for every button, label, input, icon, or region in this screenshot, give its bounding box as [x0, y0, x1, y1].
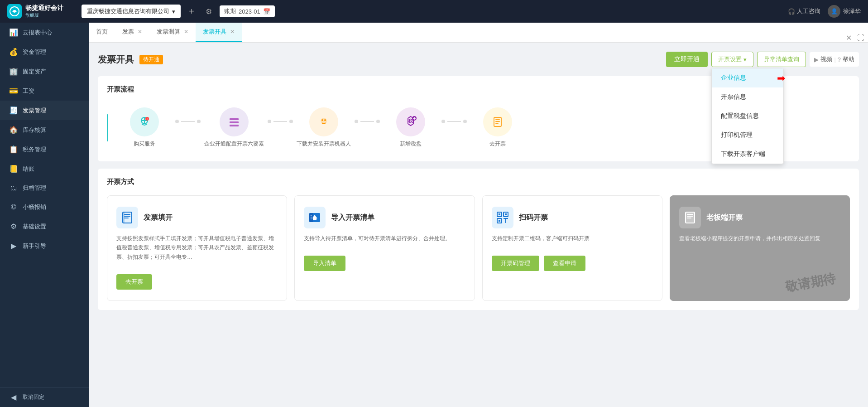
support-label: 人工咨询 [797, 7, 820, 15]
flow-step-xiazai: 下载并安装开票机器人 [297, 107, 351, 148]
sidebar-item-guding[interactable]: 🏢 固定资产 [0, 62, 89, 81]
svg-rect-34 [499, 213, 500, 215]
dropdown-item-peizhi[interactable]: 配置税盘信息 [712, 107, 783, 126]
divider: | [834, 56, 835, 63]
dropdown-item-xiazai[interactable]: 下载开票客户端 [712, 145, 783, 164]
connector-2 [268, 120, 293, 123]
video-label[interactable]: 视频 [820, 55, 832, 63]
goto-kaipiao-button[interactable]: 去开票 [116, 274, 152, 290]
sidebar-item-yunbao[interactable]: 📊 云报表中心 [0, 23, 89, 42]
svg-rect-8 [230, 125, 239, 126]
svg-rect-42 [687, 218, 691, 218]
dropdown-item-qiye[interactable]: 企业信息 [712, 68, 783, 87]
tab-bar: 首页 发票 ✕ 发票测算 ✕ 发票开具 ✕ ✕ ⛶ [89, 23, 868, 43]
flow-step-xinzeng: 税 新增税盘 [384, 107, 438, 148]
user-name: 徐泽华 [843, 7, 861, 15]
method-header-daoru: 导入开票清单 [304, 207, 465, 228]
method-header-laobanduan: 老板端开票 [679, 207, 840, 228]
qrcode-manage-button[interactable]: 开票码管理 [492, 256, 539, 271]
close-icon[interactable]: ✕ [846, 34, 852, 42]
book-icon: 📒 [9, 165, 18, 173]
method-title-laobanduan: 老板端开票 [706, 213, 743, 223]
box-icon: 🏠 [9, 126, 18, 134]
step-icon-qukaipi [483, 107, 512, 136]
step-label-qiye: 企业开通配置开票六要素 [204, 140, 264, 148]
flow-step-qiye: 企业开通配置开票六要素 [204, 107, 264, 148]
avatar: 👤 [828, 5, 840, 18]
method-desc-daoru: 支持导入待开票清单，可对待开票清单进行拆分、合并处理。 [304, 234, 465, 243]
method-title-tianxie: 发票填开 [144, 213, 173, 223]
dropdown-item-dayinji[interactable]: 打印机管理 [712, 126, 783, 145]
logo-area: 畅捷通好会计 旗舰版 [7, 4, 63, 19]
sidebar-item-jiezhang[interactable]: 📒 结账 [0, 159, 89, 179]
sidebar-item-fapiao[interactable]: 🧾 发票管理 [0, 101, 89, 120]
video-help-area: ▶ 视频 | ? 帮助 [810, 52, 859, 67]
tab-fapiao[interactable]: 发票 ✕ [115, 23, 149, 42]
sidebar-label: 资金管理 [23, 48, 46, 56]
sidebar-item-kucun[interactable]: 🏠 库存核算 [0, 120, 89, 140]
period-selector[interactable]: 账期 2023-01 📅 [220, 5, 275, 17]
dropdown-item-kaipiao[interactable]: 开票信息 [712, 87, 783, 107]
sidebar: 📊 云报表中心 💰 资金管理 🏢 固定资产 💳 工资 🧾 发票管理 [0, 23, 89, 407]
sidebar-item-jichushezhi[interactable]: ⚙ 基础设置 [0, 217, 89, 236]
tab-fapiao-close[interactable]: ✕ [138, 29, 142, 35]
content-area: 首页 发票 ✕ 发票测算 ✕ 发票开具 ✕ ✕ ⛶ [89, 23, 868, 407]
period-value: 2023-01 [239, 8, 260, 15]
tab-home-label: 首页 [96, 28, 108, 36]
logo-subtitle: 旗舰版 [25, 12, 63, 19]
sidebar-label: 新手引导 [23, 242, 46, 250]
sidebar-item-guidang[interactable]: 🗂 归档管理 [0, 179, 89, 198]
svg-rect-20 [495, 123, 499, 124]
support-button[interactable]: 🎧 人工咨询 [788, 7, 820, 15]
settings-icon[interactable]: ⚙ [202, 5, 215, 18]
page-content: 发票开具 待开通 立即开通 开票设置 ▾ 企业信息 [89, 43, 868, 407]
building-icon: 🏢 [9, 67, 18, 76]
watermark-text: 敬请期待 [784, 270, 837, 296]
money-icon: 💰 [9, 48, 18, 56]
tab-bar-right: ✕ ⛶ [846, 34, 868, 42]
method-icon-daoru [304, 207, 326, 228]
connector-1 [175, 120, 201, 123]
tab-fapiaokaipu-close[interactable]: ✕ [230, 29, 235, 35]
user-info[interactable]: 👤 徐泽华 [828, 5, 861, 18]
activate-button[interactable]: 立即开通 [666, 52, 708, 67]
chevron-down-icon: ▾ [172, 8, 175, 15]
tab-home[interactable]: 首页 [89, 23, 115, 42]
chevron-down-icon: ▾ [743, 56, 747, 63]
flow-step-goumai: + 购买服务 [117, 107, 172, 148]
tab-fapiaokaipu-label: 发票开具 [203, 28, 226, 36]
method-card-daoru: 导入开票清单 支持导入待开票清单，可对待开票清单进行拆分、合并处理。 导入清单 [294, 195, 475, 301]
sidebar-item-quxiao[interactable]: ◀ 取消固定 [0, 388, 89, 407]
settings-button[interactable]: 开票设置 ▾ [711, 52, 753, 67]
import-list-button[interactable]: 导入清单 [304, 256, 345, 271]
sidebar-bottom: ◀ 取消固定 [0, 387, 89, 407]
svg-rect-35 [505, 213, 507, 215]
sidebar-item-xinshoudayin[interactable]: ▶ 新手引导 [0, 236, 89, 256]
company-selector[interactable]: 重庆畅捷交通信息咨询有限公司 ▾ [82, 5, 181, 18]
method-card-saoma: 扫码开票 支持定制开票二维码，客户端可扫码开票 开票码管理 查看申请 [482, 195, 662, 301]
archive-icon: 🗂 [9, 184, 18, 192]
tab-fapiaocesuan-close[interactable]: ✕ [184, 29, 188, 35]
settings-dropdown: 企业信息 开票信息 配置税盘信息 打印机管理 下载开票客户端 [711, 68, 784, 164]
step-label-goumai: 购买服务 [134, 140, 155, 148]
sidebar-item-gongzi[interactable]: 💳 工资 [0, 81, 89, 101]
add-tab-button[interactable]: + [185, 5, 198, 18]
step-icon-qiye [220, 107, 249, 136]
help-label[interactable]: 帮助 [843, 55, 854, 63]
tab-fapiaokaipu[interactable]: 发票开具 ✕ [196, 23, 242, 42]
svg-rect-6 [230, 118, 239, 120]
sidebar-item-xiaochang[interactable]: © 小畅报销 [0, 198, 89, 217]
svg-rect-28 [313, 218, 317, 220]
method-desc-tianxie: 支持按照发票样式手工填开发票；可开具增值税电子普通发票、增值税普通发票、增值税专… [116, 234, 278, 262]
sidebar-item-shuiwu[interactable]: 📋 税务管理 [0, 140, 89, 159]
view-apply-button[interactable]: 查看申请 [544, 256, 585, 271]
flow-step-qukaipi: 去开票 [470, 107, 525, 148]
exception-button[interactable]: 异常清单查询 [757, 52, 806, 67]
settings-button-label: 开票设置 [718, 55, 742, 63]
svg-point-10 [321, 119, 323, 121]
sidebar-item-zijin[interactable]: 💰 资金管理 [0, 42, 89, 62]
tab-fapiaocesuan[interactable]: 发票测算 ✕ [149, 23, 196, 42]
company-name: 重庆畅捷交通信息咨询有限公司 [87, 7, 169, 15]
maximize-icon[interactable]: ⛶ [857, 34, 864, 42]
sidebar-label: 小畅报销 [23, 203, 46, 211]
